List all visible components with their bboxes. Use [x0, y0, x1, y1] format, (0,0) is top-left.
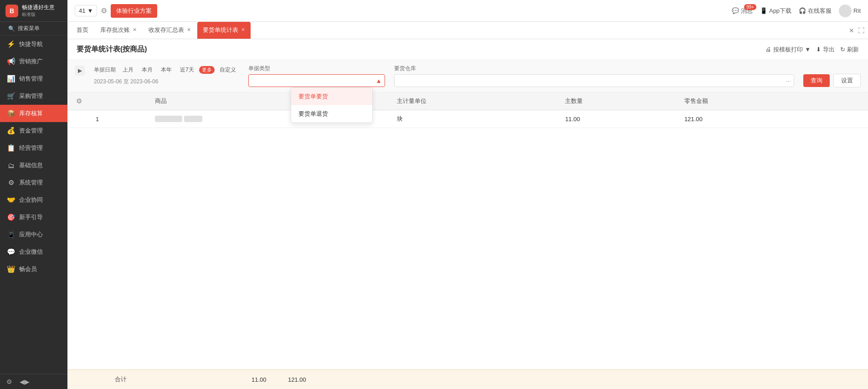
col-index: [90, 92, 149, 110]
app-version: 标准版: [22, 11, 55, 17]
store-number: 41: [79, 7, 85, 14]
dropdown-item-order-goods[interactable]: 要货单要货: [291, 88, 372, 105]
page-title: 要货单统计表(按商品): [77, 45, 147, 54]
warehouse-input[interactable]: [397, 77, 784, 84]
sidebar-settings-icon[interactable]: ⚙: [6, 378, 12, 385]
trial-button[interactable]: 体验行业方案: [111, 4, 157, 18]
sidebar-item-label: 畅会员: [19, 265, 37, 273]
type-label: 单据类型: [248, 65, 385, 72]
sidebar: B 畅捷通好生意 标准版 🔍 搜索菜单 ⚡ 快捷导航 📢 营销推广 📊 销售管理…: [0, 0, 67, 389]
marketing-icon: 📢: [6, 57, 15, 66]
filter-area: ▶ 单据日期 上月 本月 本年 近7天 更多 自定义 2023-05-06 至 …: [67, 60, 868, 92]
quick-nav-icon: ⚡: [6, 40, 15, 48]
dropdown-item-label: 要货单要货: [298, 93, 328, 100]
col-unit: 主计量单位: [391, 92, 560, 110]
sidebar-item-basic[interactable]: 🗂 基础信息: [0, 157, 67, 174]
store-selector[interactable]: 41 ▼: [75, 5, 97, 16]
sidebar-item-sales[interactable]: 📊 销售管理: [0, 70, 67, 87]
tab-expand[interactable]: ⛶: [858, 27, 864, 34]
sidebar-item-label: 新手引导: [19, 213, 43, 221]
date-btn-this-year[interactable]: 本年: [158, 65, 175, 75]
date-more-badge[interactable]: 更多: [199, 66, 215, 74]
type-chevron-up-icon[interactable]: ▲: [376, 77, 382, 84]
app-download-label: App下载: [769, 7, 791, 15]
messages-badge: 99+: [744, 4, 756, 10]
sidebar-bottom: ⚙ ◀▶: [0, 374, 67, 389]
sidebar-item-purchase[interactable]: 🛒 采购管理: [0, 87, 67, 105]
user-menu[interactable]: Rit: [839, 5, 861, 17]
tab-batch-stock-close[interactable]: ✕: [133, 27, 137, 33]
member-icon: 👑: [6, 265, 15, 273]
table-footer: 合计 11.00 121.00: [67, 369, 868, 389]
sidebar-item-label: 企业协同: [19, 196, 43, 204]
tab-actions: ✕ ⛶: [849, 27, 864, 34]
user-name: Rit: [853, 7, 861, 14]
sidebar-item-enterprise[interactable]: 🤝 企业协同: [0, 191, 67, 209]
tab-order-stat-close[interactable]: ✕: [241, 27, 245, 33]
settings-icon[interactable]: ⚙: [101, 6, 107, 15]
filter-expand-button[interactable]: ▶: [75, 66, 85, 76]
table-row: 1 块 11.00 121.00: [67, 110, 868, 128]
app-download-action[interactable]: 📱 App下载: [760, 7, 791, 15]
print-btn[interactable]: 🖨 按模板打印 ▼: [765, 46, 811, 54]
sidebar-item-wechat[interactable]: 💬 企业微信: [0, 243, 67, 261]
refresh-btn[interactable]: ↻ 刷新: [840, 46, 859, 54]
type-input[interactable]: [252, 77, 374, 84]
sidebar-item-quick-nav[interactable]: ⚡ 快捷导航: [0, 36, 67, 53]
tab-order-stat[interactable]: 要货单统计表 ✕: [197, 22, 251, 39]
row-qty: 11.00: [560, 110, 679, 128]
query-button[interactable]: 查询: [803, 74, 830, 87]
page-header: 要货单统计表(按商品) 🖨 按模板打印 ▼ ⬇ 导出 ↻ 刷新: [67, 39, 868, 60]
row-index: 1: [90, 110, 149, 128]
sidebar-search[interactable]: 🔍 搜索菜单: [0, 22, 67, 36]
sidebar-item-label: 系统管理: [19, 179, 43, 187]
operation-icon: 📋: [6, 144, 15, 152]
tab-receivable[interactable]: 收发存汇总表 ✕: [143, 22, 196, 39]
tab-batch-stock[interactable]: 库存批次账 ✕: [95, 22, 142, 39]
dropdown-item-label: 要货单退货: [298, 110, 328, 117]
sidebar-collapse-icon[interactable]: ◀▶: [20, 378, 30, 385]
tab-home[interactable]: 首页: [71, 22, 94, 39]
date-btn-7days[interactable]: 近7天: [177, 65, 197, 75]
sidebar-item-marketing[interactable]: 📢 营销推广: [0, 53, 67, 70]
filter-settings-button[interactable]: 设置: [833, 74, 861, 87]
print-dropdown-icon: ▼: [805, 46, 811, 53]
tab-bar: 首页 库存批次账 ✕ 收发存汇总表 ✕ 要货单统计表 ✕ ✕ ⛶: [67, 22, 868, 39]
sidebar-item-finance[interactable]: 💰 资金管理: [0, 122, 67, 139]
col-amount: 零售金额: [679, 92, 822, 110]
phone-icon: 📱: [760, 7, 767, 14]
search-icon: 🔍: [8, 26, 15, 32]
date-range-display: 2023-05-06 至 2023-06-06: [94, 78, 239, 86]
tab-close-all[interactable]: ✕: [849, 27, 854, 34]
sidebar-item-member[interactable]: 👑 畅会员: [0, 261, 67, 278]
sidebar-item-appcenter[interactable]: 📱 应用中心: [0, 226, 67, 243]
table-settings-col[interactable]: ⚙: [67, 92, 90, 110]
appcenter-icon: 📱: [6, 230, 15, 239]
tab-receivable-close[interactable]: ✕: [187, 27, 191, 33]
date-btn-custom[interactable]: 自定义: [216, 65, 239, 75]
message-icon: 💬: [732, 7, 739, 14]
warehouse-more-icon[interactable]: ···: [786, 77, 791, 84]
row-settings-cell: [67, 110, 90, 128]
messages-action[interactable]: 💬 消息 99+: [732, 7, 753, 15]
export-btn[interactable]: ⬇ 导出: [816, 46, 835, 54]
sidebar-item-newguide[interactable]: 🎯 新手引导: [0, 209, 67, 226]
date-btn-this-month[interactable]: 本月: [139, 65, 156, 75]
online-service-action[interactable]: 🎧 在线客服: [799, 7, 832, 15]
tab-order-stat-label: 要货单统计表: [203, 26, 238, 34]
sidebar-item-inventory[interactable]: 📦 库存核算: [0, 105, 67, 122]
date-btn-last-month[interactable]: 上月: [119, 65, 137, 75]
warehouse-label: 要货仓库: [394, 65, 794, 72]
sidebar-item-label: 销售管理: [19, 75, 43, 83]
sidebar-item-operation[interactable]: 📋 经营管理: [0, 139, 67, 157]
data-table: ⚙ 商品 主计量单位 主数量 零售金额 1: [67, 92, 868, 128]
sidebar-item-system[interactable]: ⚙ 系统管理: [0, 174, 67, 191]
export-label: 导出: [823, 46, 835, 54]
sidebar-item-label: 经营管理: [19, 144, 43, 152]
newguide-icon: 🎯: [6, 213, 15, 221]
date-filter-group: 单据日期 上月 本月 本年 近7天 更多 自定义 2023-05-06 至 20…: [94, 65, 239, 86]
wechat-icon: 💬: [6, 248, 15, 256]
row-unit: 块: [391, 110, 560, 128]
tab-home-label: 首页: [77, 26, 88, 34]
dropdown-item-order-return[interactable]: 要货单退货: [291, 105, 372, 123]
